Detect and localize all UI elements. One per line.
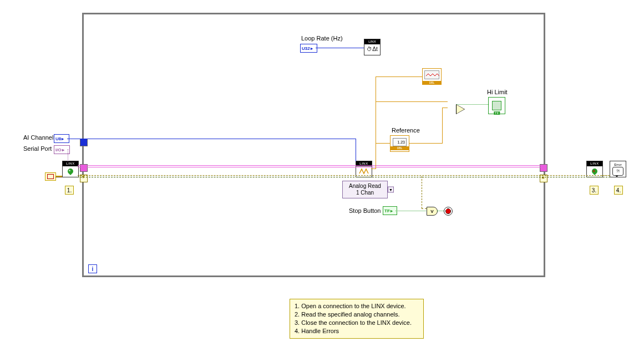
wire-ref-in [442, 108, 448, 108]
error-bubble-icon: ?! [612, 167, 623, 176]
iteration-terminal-icon: i [88, 264, 97, 273]
wire-aich-v [356, 139, 356, 161]
poly-line1: Analog Read [346, 183, 384, 190]
wire-err-or-v [422, 176, 422, 208]
wire-ao-stub [371, 169, 376, 169]
chevron-down-icon[interactable]: ▼ [388, 187, 394, 193]
wire-ref-h [409, 143, 442, 144]
wire-ao-chart [376, 76, 422, 77]
hi-limit-label: Hi Limit [487, 89, 508, 95]
open-icon [67, 167, 74, 175]
hi-limit-indicator[interactable]: TF [488, 97, 505, 114]
reference-value-display: 1.23 [393, 138, 407, 146]
block-diagram-canvas: i AI Channel U8▸ Serial Port I/O▸ LINX 1… [0, 0, 644, 347]
linx-open-node[interactable]: LINX [62, 161, 79, 177]
error-cluster-constant[interactable] [45, 172, 56, 181]
wire-aich-h [67, 139, 356, 139]
linx-header-4: LINX [587, 161, 602, 166]
wire-linx-ref-bot [78, 167, 542, 167]
step-3-marker: 3. [590, 186, 599, 195]
or-symbol: V [430, 209, 433, 214]
greater-or-equal-node[interactable]: ≥ [456, 104, 465, 114]
footer-line-3: 3. Close the connection to the LINX devi… [295, 319, 419, 327]
shift-register-left [80, 175, 88, 182]
polymorphic-selector[interactable]: Analog Read 1 Chan ▼ [342, 181, 388, 198]
wire-looprate [316, 48, 364, 48]
step-1-marker: 1. [65, 186, 74, 195]
reference-label: Reference [392, 127, 420, 134]
analog-read-icon [359, 168, 369, 175]
wire-ao-geq [376, 101, 448, 102]
serial-port-label: Serial Port [23, 145, 52, 152]
reference-indicator[interactable]: 1.23 DBL [390, 135, 409, 152]
wire-err-or-h [422, 208, 427, 209]
tunnel-ai-channel [80, 139, 88, 146]
footer-line-4: 4. Handle Errors [295, 327, 419, 335]
wire-ao-ref [376, 143, 390, 144]
linx-header-2: LINX [364, 39, 380, 44]
linx-header: LINX [63, 161, 78, 166]
wire-close-err [602, 175, 610, 176]
loop-rate-label: Loop Rate (Hz) [301, 35, 343, 42]
ai-channel-label: AI Channel [23, 134, 53, 141]
shift-register-right [540, 175, 547, 182]
footer-line-2: 2. Read the specified analog channels. [295, 310, 419, 319]
wire-or-cond [437, 211, 444, 211]
wire-error-in [55, 176, 62, 177]
or-node[interactable]: V [427, 207, 438, 216]
geq-symbol: ≥ [458, 106, 460, 111]
poly-line2: 1 Chan [346, 190, 384, 196]
wire-geq-out [457, 104, 488, 105]
footer-line-1: 1. Open a connection to the LINX device. [295, 302, 419, 310]
chart-icon [426, 73, 592, 76]
instruction-comment: 1. Open a connection to the LINX device.… [290, 299, 424, 339]
wire-serialport [68, 149, 69, 161]
loop-rate-timer-node[interactable]: LINX ⏱Δt [364, 39, 381, 55]
wire-linx-ref-top [78, 165, 542, 166]
wire-ref-v [442, 108, 443, 144]
loop-condition-terminal[interactable] [444, 207, 453, 216]
wire-error-thru-a [78, 175, 610, 176]
wire-error-thru-b [78, 177, 610, 177]
stop-button-label: Stop Button [349, 207, 381, 214]
step-4-marker: 4. [614, 186, 623, 195]
waveform-chart-indicator[interactable]: DBL [422, 68, 442, 85]
close-icon [591, 167, 599, 175]
simple-error-handler-node[interactable]: Error ?! [610, 161, 626, 177]
wire-ao-v [376, 76, 376, 169]
error-caption: Error [614, 163, 621, 166]
loop-rate-terminal[interactable]: U32▸ [300, 44, 317, 53]
timer-icon: ⏱Δt [364, 44, 380, 54]
wire-stop-or [395, 211, 426, 211]
